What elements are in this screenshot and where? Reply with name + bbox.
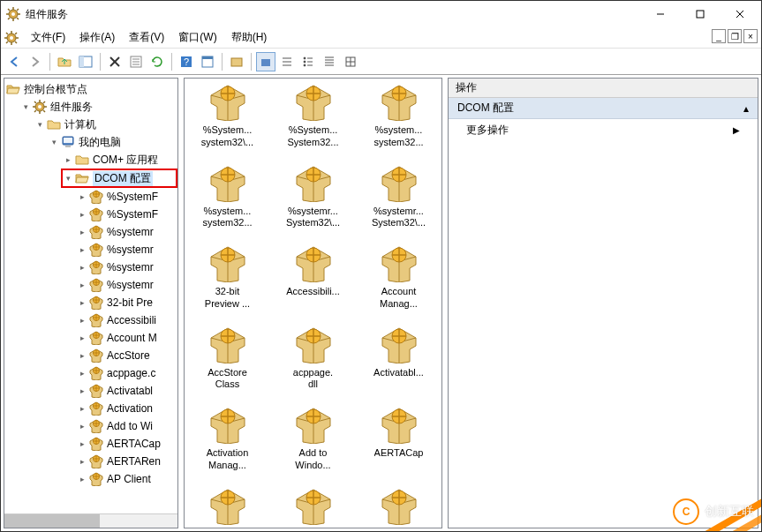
chevron-right-icon[interactable]: ▸ — [77, 474, 87, 484]
grid-item[interactable]: 32-bit Preview ... — [186, 245, 268, 311]
tree-item[interactable]: ▸acppage.c — [75, 364, 177, 382]
close-button[interactable] — [720, 2, 759, 26]
menu-file[interactable]: 文件(F) — [24, 28, 72, 47]
grid-item[interactable]: APlayer3 — [358, 488, 440, 528]
delete-button[interactable] — [105, 52, 124, 71]
chevron-right-icon[interactable]: ▸ — [77, 386, 87, 396]
window-list-button[interactable] — [198, 52, 217, 71]
action-section[interactable]: DCOM 配置 ▴ — [449, 98, 758, 119]
mdi-minimize-button[interactable]: _ — [712, 29, 726, 43]
chevron-right-icon[interactable]: ▸ — [77, 403, 87, 414]
tree-item[interactable]: ▸Add to Wi — [75, 417, 177, 435]
up-button[interactable] — [55, 52, 74, 71]
grid-item[interactable]: AERTARen — [186, 488, 268, 528]
chevron-down-icon[interactable]: ▾ — [34, 119, 45, 130]
grid-item[interactable]: %System... System32... — [272, 84, 354, 149]
tree-item[interactable]: ▸%systemr — [75, 241, 177, 259]
tree-item[interactable]: ▸AERTACap — [75, 435, 177, 453]
grid-item[interactable]: %system... system32... — [358, 84, 440, 149]
view-mode-4-button[interactable] — [320, 52, 339, 71]
refresh-button[interactable] — [147, 52, 167, 71]
grid-item[interactable]: AP Client HxHelpPa... — [272, 488, 354, 528]
back-button[interactable] — [4, 52, 24, 71]
tree-item[interactable]: ▸%SystemF — [75, 188, 177, 206]
grid-item[interactable]: AccStore Class — [186, 326, 268, 392]
menu-window[interactable]: 窗口(W) — [171, 28, 223, 47]
menu-view[interactable]: 查看(V) — [122, 28, 171, 47]
grid-item[interactable]: %systemr... System32\... — [358, 165, 440, 230]
tree-item[interactable]: ▸AccStore — [75, 347, 177, 364]
content-scroll[interactable]: %System... system32\...%System... System… — [185, 79, 441, 528]
grid-item[interactable]: Activation Manag... — [186, 407, 268, 472]
grid-item[interactable]: Account Manag... — [358, 245, 440, 311]
grid-item[interactable]: acppage. dll — [272, 326, 354, 392]
tree-item[interactable]: ▸Account M — [75, 329, 177, 347]
chevron-down-icon[interactable]: ▾ — [20, 101, 31, 112]
chevron-right-icon[interactable]: ▸ — [77, 350, 87, 361]
component-icon — [381, 488, 418, 525]
grid-item[interactable]: %system... system32... — [186, 165, 268, 230]
tree-dcom-config[interactable]: ▾ DCOM 配置 — [61, 169, 177, 188]
menu-action[interactable]: 操作(A) — [72, 28, 122, 47]
chevron-right-icon[interactable]: ▸ — [77, 421, 87, 431]
tree-scroll[interactable]: 控制台根节点 ▾ 组件服务 — [4, 79, 177, 513]
grid-item[interactable]: Activatabl... — [358, 326, 440, 392]
view-mode-5-button[interactable] — [341, 52, 360, 71]
chevron-right-icon[interactable]: ▸ — [77, 297, 87, 308]
chevron-right-icon[interactable]: ▸ — [77, 438, 87, 449]
tree-item[interactable]: ▸32-bit Pre — [75, 294, 177, 311]
collapse-icon[interactable]: ▴ — [743, 102, 749, 115]
mdi-close-button[interactable]: × — [743, 29, 758, 43]
tree-component-services[interactable]: ▾ 组件服务 — [19, 98, 177, 116]
chevron-right-icon[interactable]: ▸ — [77, 280, 87, 290]
tree-label: %systemr — [107, 261, 154, 273]
tree-item[interactable]: ▸Activatabl — [75, 382, 177, 400]
tree-item[interactable]: ▸%SystemF — [75, 206, 177, 223]
chevron-right-icon[interactable]: ▸ — [77, 262, 87, 273]
tree-item[interactable]: ▸AERTARen — [75, 453, 177, 470]
chevron-down-icon[interactable]: ▾ — [49, 137, 59, 147]
tree-computers[interactable]: ▾ 计算机 — [33, 116, 177, 133]
tree-com-apps[interactable]: ▸ COM+ 应用程 — [61, 151, 177, 169]
chevron-right-icon[interactable]: ▸ — [77, 227, 87, 237]
action-more[interactable]: 更多操作 ▶ — [449, 119, 758, 141]
chevron-right-icon[interactable]: ▸ — [77, 315, 87, 326]
mdi-restore-button[interactable]: ❐ — [728, 29, 742, 43]
menu-help[interactable]: 帮助(H) — [224, 28, 275, 47]
show-hide-tree-button[interactable] — [76, 52, 95, 71]
component-icon — [89, 278, 103, 292]
view-mode-2-button[interactable] — [277, 52, 297, 71]
chevron-down-icon[interactable]: ▾ — [63, 173, 73, 184]
chevron-right-icon[interactable]: ▸ — [63, 154, 73, 165]
view-mode-3-button[interactable] — [298, 52, 318, 71]
chevron-right-icon[interactable]: ▸ — [77, 191, 87, 202]
component-button[interactable] — [227, 52, 246, 71]
grid-item[interactable]: Add to Windo... — [272, 407, 354, 472]
tree-item[interactable]: ▸Activation — [75, 400, 177, 417]
chevron-right-icon[interactable]: ▸ — [77, 244, 87, 255]
minimize-button[interactable] — [640, 2, 680, 26]
chevron-right-icon[interactable]: ▸ — [77, 209, 87, 220]
horizontal-scrollbar[interactable] — [4, 513, 177, 528]
properties-button[interactable] — [126, 52, 146, 71]
grid-item[interactable]: Accessibili... — [272, 245, 354, 311]
chevron-right-icon[interactable]: ▸ — [77, 456, 87, 467]
gear-icon — [33, 100, 47, 114]
grid-item[interactable]: %systemr... System32\... — [272, 165, 354, 230]
maximize-button[interactable] — [680, 2, 720, 26]
tree-item[interactable]: ▸Accessibili — [75, 311, 177, 329]
tree-item[interactable]: ▸%systemr — [75, 223, 177, 241]
chevron-right-icon[interactable]: ▸ — [77, 368, 87, 378]
help-button[interactable]: ? — [177, 52, 196, 71]
grid-item[interactable]: AERTACap — [358, 407, 440, 472]
tree-item[interactable]: ▸%systemr — [75, 259, 177, 276]
forward-button[interactable] — [26, 52, 45, 71]
tree-item[interactable]: ▸%systemr — [75, 276, 177, 294]
component-icon — [89, 313, 103, 327]
tree-my-computer[interactable]: ▾ 我的电脑 — [47, 133, 177, 151]
tree-item[interactable]: ▸AP Client — [75, 470, 177, 488]
view-mode-1-button[interactable] — [256, 52, 275, 71]
tree-root[interactable]: 控制台根节点 — [4, 80, 177, 98]
chevron-right-icon[interactable]: ▸ — [77, 333, 87, 343]
grid-item[interactable]: %System... system32\... — [186, 84, 268, 149]
